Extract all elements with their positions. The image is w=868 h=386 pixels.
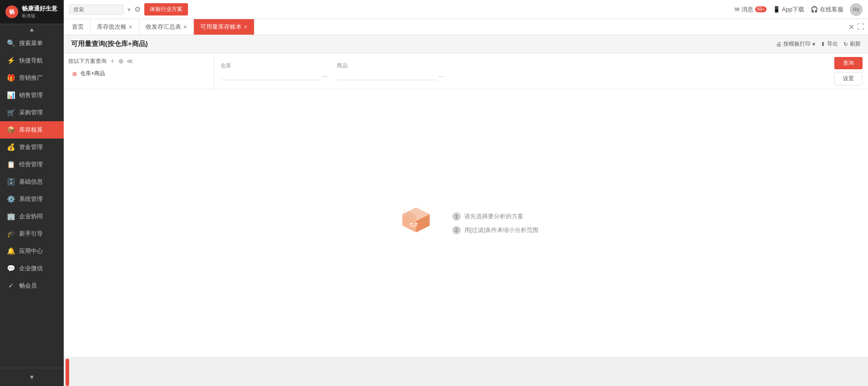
sidebar-bottom: ▼	[0, 368, 64, 386]
scroll-up-btn[interactable]: ▲	[0, 24, 64, 35]
message-item[interactable]: ✉ 消息 99+	[735, 5, 766, 14]
sidebar-item-label: 企业协同	[19, 212, 43, 221]
tab-close-all-btn[interactable]: ✕	[848, 23, 854, 31]
app-download-label: App下载	[782, 5, 804, 14]
topbar-right: ✉ 消息 99+ 📱 App下载 🎧 在线客服 Rit	[735, 3, 863, 16]
tab-batch[interactable]: 库存批次账 ✕	[91, 19, 139, 35]
inventory-icon: 📦	[6, 126, 15, 134]
gear-icon[interactable]: ⚙	[134, 5, 141, 14]
scroll-down-btn[interactable]: ▼	[0, 372, 64, 382]
avatar: Rit	[850, 3, 863, 16]
goods-more-icon[interactable]: ···	[439, 72, 444, 80]
tip-num-2: 2	[452, 226, 461, 234]
sidebar-item-inventory[interactable]: 📦 库存核算	[0, 121, 64, 139]
page-title: 可用量查询(按仓库+商品)	[71, 40, 148, 48]
refresh-icon: ↻	[843, 41, 848, 47]
sidebar-item-member[interactable]: ✓ 畅会员	[0, 277, 64, 294]
tab-maximize-btn[interactable]: ⛶	[857, 23, 864, 31]
sidebar-item-label: 采购管理	[19, 108, 43, 117]
warehouse-input[interactable]	[220, 72, 320, 80]
add-scheme-icon[interactable]: ＋	[109, 57, 116, 65]
sidebar-item-system[interactable]: ⚙️ 系统管理	[0, 190, 64, 208]
app-logo: 畅	[5, 5, 18, 18]
search-menu-icon: 🔍	[6, 39, 15, 47]
tab-batch-close[interactable]: ✕	[128, 24, 132, 30]
refresh-action[interactable]: ↻ 刷新	[843, 40, 861, 48]
scroll-thumb[interactable]	[66, 359, 69, 386]
sidebar-item-apps[interactable]: 🔔 应用中心	[0, 242, 64, 260]
filter-goods-field: 商品 ···	[337, 62, 444, 80]
print-label: 按模板打印	[783, 40, 811, 48]
sidebar-item-sales[interactable]: 📊 销售管理	[0, 87, 64, 104]
print-dropdown-icon[interactable]: ▾	[812, 41, 815, 47]
goods-input[interactable]	[337, 72, 437, 80]
sidebar-item-search[interactable]: 🔍 搜索菜单	[0, 35, 64, 52]
online-service-label: 在线客服	[820, 5, 843, 14]
tab-stock-summary-label: 收发存汇总表	[146, 23, 181, 31]
operation-icon: 📋	[6, 160, 15, 169]
online-service-item[interactable]: 🎧 在线客服	[811, 5, 843, 14]
app-download-item[interactable]: 📱 App下载	[773, 5, 804, 14]
filter-scheme-label: 按以下方案查询	[68, 57, 107, 65]
scheme-warehouse-goods[interactable]: ⊕ 仓库+商品	[68, 68, 209, 79]
sidebar: 畅 畅康通好生意 标准版 ▲ 🔍 搜索菜单 ⚡ 快捷导航 🎁 营销推广 📊 销售…	[0, 0, 64, 386]
collapse-scheme-icon[interactable]: ≪	[127, 57, 133, 65]
sidebar-item-operation[interactable]: 📋 经营管理	[0, 156, 64, 173]
user-item[interactable]: Rit	[850, 3, 863, 16]
settings-button[interactable]: 设置	[834, 72, 863, 85]
user-initial: Rit	[853, 7, 859, 12]
sidebar-item-newbie[interactable]: 🎓 新手引导	[0, 225, 64, 242]
sidebar-item-wechat[interactable]: 💬 企业微信	[0, 260, 64, 277]
sidebar-item-label: 快捷导航	[19, 57, 43, 65]
sidebar-item-finance[interactable]: 💰 资金管理	[0, 139, 64, 156]
tab-stock-summary-close[interactable]: ✕	[183, 24, 187, 30]
sidebar-item-label: 搜索菜单	[19, 39, 43, 47]
warehouse-more-icon[interactable]: ···	[322, 72, 328, 80]
marketing-icon: 🎁	[6, 74, 15, 82]
warehouse-label: 仓库	[220, 62, 328, 70]
sidebar-item-enterprise[interactable]: 🏢 企业协同	[0, 208, 64, 225]
page-header-actions: 🖨 按模板打印 ▾ ⬆ 导出 ↻ 刷新	[776, 40, 861, 48]
member-icon: ✓	[6, 282, 15, 290]
sidebar-item-shortcut[interactable]: ⚡ 快捷导航	[0, 52, 64, 69]
svg-rect-6	[410, 226, 417, 226]
tab-stock-summary[interactable]: 收发存汇总表 ✕	[139, 19, 194, 35]
tab-available[interactable]: 可用量库存账本 ✕	[194, 19, 254, 35]
empty-state: 1 请先选择要分析的方案 2 用[过滤]条件来缩小分析范围	[64, 89, 868, 357]
search-dropdown-icon[interactable]: ▾	[127, 6, 131, 13]
settings-scheme-icon[interactable]: ⊕	[118, 57, 124, 65]
sidebar-item-label: 经营管理	[19, 160, 43, 169]
print-action[interactable]: 🖨 按模板打印 ▾	[776, 40, 815, 48]
tab-home-label: 首页	[72, 23, 84, 31]
tab-batch-label: 库存批次账	[97, 23, 127, 31]
sidebar-item-purchase[interactable]: 🛒 采购管理	[0, 104, 64, 121]
tab-available-label: 可用量库存账本	[200, 23, 242, 31]
trial-btn[interactable]: 体验行业方案	[144, 3, 188, 15]
scheme-label: 仓库+商品	[80, 70, 105, 77]
page-content: 可用量查询(按仓库+商品) 🖨 按模板打印 ▾ ⬆ 导出 ↻ 刷新	[64, 35, 868, 357]
sidebar-header: 畅 畅康通好生意 标准版	[0, 0, 64, 24]
filter-conditions: 仓库 ··· 商品 ···	[214, 53, 829, 89]
goods-label: 商品	[337, 62, 444, 70]
main-area: ▾ ⚙ 体验行业方案 ✉ 消息 99+ 📱 App下载 🎧 在线客服 Rit	[64, 0, 868, 386]
query-button[interactable]: 查询	[834, 57, 863, 69]
print-icon: 🖨	[776, 41, 782, 47]
svg-rect-5	[415, 223, 417, 225]
message-badge: 99+	[755, 6, 766, 12]
empty-illustration	[393, 201, 439, 246]
tip-text-2: 用[过滤]条件来缩小分析范围	[464, 226, 538, 234]
tip-num-1: 1	[452, 212, 461, 221]
topbar-search-input[interactable]	[69, 5, 124, 15]
tab-home[interactable]: 首页	[66, 19, 91, 35]
sidebar-item-label: 新手引导	[19, 230, 43, 238]
tab-available-close[interactable]: ✕	[244, 24, 248, 30]
sidebar-item-label: 销售管理	[19, 91, 43, 99]
right-scrollbar[interactable]	[64, 357, 70, 386]
wechat-icon: 💬	[6, 264, 15, 273]
empty-box-svg	[393, 201, 439, 246]
export-action[interactable]: ⬆ 导出	[821, 40, 838, 48]
sidebar-item-marketing[interactable]: 🎁 营销推广	[0, 69, 64, 87]
sidebar-item-base[interactable]: 🗄️ 基础信息	[0, 173, 64, 190]
sidebar-menu: 🔍 搜索菜单 ⚡ 快捷导航 🎁 营销推广 📊 销售管理 🛒 采购管理 📦 库存核…	[0, 35, 64, 368]
filter-scheme-panel: 按以下方案查询 ＋ ⊕ ≪ ⊕ 仓库+商品	[64, 53, 214, 89]
